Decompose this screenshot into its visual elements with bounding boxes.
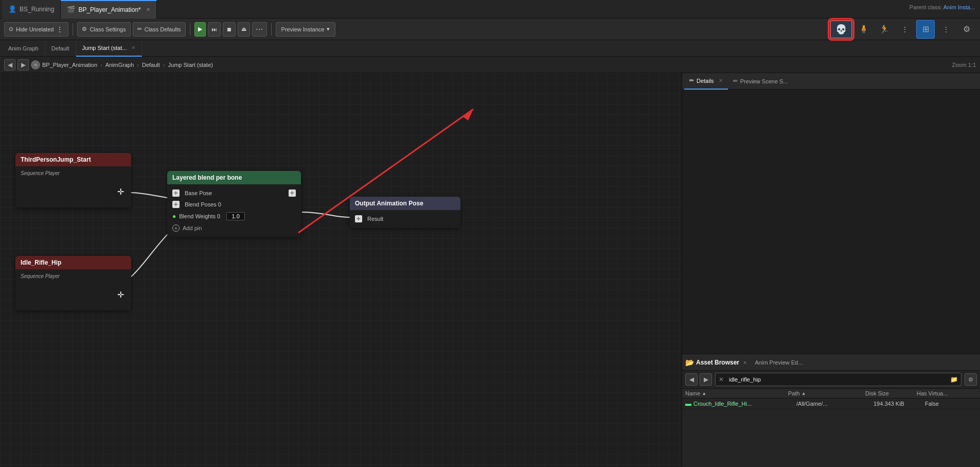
blend-weight-input[interactable] — [226, 212, 245, 220]
asset-nav-forward[interactable]: ▶ — [700, 373, 712, 386]
more-toolbar-button[interactable]: ⋯ — [252, 22, 267, 37]
node-third-person-body: Sequence Player ✛ — [15, 166, 131, 207]
pin-blend-weights: ● Blend Weights 0 — [172, 210, 296, 222]
add-pin-row[interactable]: + Add pin — [172, 222, 296, 234]
breadcrumb-item-jump-start[interactable]: Jump Start (state) — [168, 62, 213, 68]
hide-unrelated-icon: ⊙ — [9, 26, 13, 32]
tab-icon-bs-running: 👤 — [8, 5, 16, 13]
pin-dot-result: ✛ — [355, 215, 362, 222]
eject-button[interactable]: ⏏ — [238, 22, 250, 37]
class-settings-button[interactable]: ⚙ Class Settings — [77, 22, 130, 37]
idle-rifle-pose-pin: ✛ — [117, 290, 124, 300]
graph-canvas[interactable]: ThirdPersonJump_Start Sequence Player ✛ … — [0, 73, 682, 467]
asset-filter-button[interactable]: ⚙ — [965, 373, 977, 386]
node-layered-blend[interactable]: Layered blend per bone ✛ Base Pose ✛ ✛ B… — [167, 171, 301, 237]
search-clear-button[interactable]: ✕ — [719, 376, 724, 383]
asset-nav-back[interactable]: ◀ — [685, 373, 698, 386]
hide-unrelated-button[interactable]: ⊙ Hide Unrelated ⋮ — [4, 22, 68, 37]
parent-class: Parent class: Anim Insta... — [910, 4, 975, 10]
breadcrumb-forward[interactable]: ▶ — [17, 59, 29, 71]
extra-btn-right[interactable]: ⋮ — [937, 20, 955, 39]
asset-row-icon: ▬ — [685, 400, 691, 407]
character-icon: 🧍 — [859, 24, 869, 34]
breadcrumb-item-bp[interactable]: BP_Player_Animation — [42, 62, 97, 68]
toolbar-more-right[interactable]: ⋮ — [896, 20, 914, 39]
tab-bs-running[interactable]: 👤 BS_Running — [2, 0, 61, 19]
pin-dot-weight: ● — [172, 213, 176, 220]
tab-label-bs-running: BS_Running — [20, 6, 54, 13]
node-layered-body: ✛ Base Pose ✛ ✛ Blend Poses 0 ● Blend We… — [167, 184, 301, 237]
parent-class-link[interactable]: Anim Insta... — [943, 4, 975, 10]
col-header-name[interactable]: Name ▲ — [685, 390, 788, 396]
node-third-person-header: ThirdPersonJump_Start — [15, 153, 131, 166]
breadcrumb: ◀ ▶ ○ BP_Player_Animation › AnimGraph › … — [0, 57, 980, 73]
asset-browser-title: Asset Browser — [696, 359, 739, 366]
asset-row-has-virtual: False — [925, 401, 977, 407]
breadcrumb-root-icon: ○ — [31, 60, 40, 70]
add-pin-icon: + — [172, 224, 180, 232]
asset-browser-extra-tab[interactable]: Anim Preview Ed... — [755, 359, 803, 366]
stop-button[interactable]: ⏹ — [223, 22, 236, 37]
node-layered-header: Layered blend per bone — [167, 171, 301, 184]
third-person-pose-pin: ✛ — [117, 187, 124, 197]
node-idle-rifle-hip[interactable]: Idle_Rifle_Hip Sequence Player ✛ — [15, 256, 131, 310]
tab-label-bp: BP_Player_Animation* — [78, 6, 140, 13]
divider-1 — [73, 23, 73, 36]
tab-bar: 👤 BS_Running 🎬 BP_Player_Animation* ✕ Pa… — [0, 0, 980, 19]
divider-2 — [190, 23, 190, 36]
svg-marker-1 — [463, 109, 473, 120]
node-output-body: ✛ Result — [350, 210, 460, 228]
node-output-pose[interactable]: Output Animation Pose ✛ Result — [350, 197, 460, 228]
skeleton-button[interactable]: 💀 — [830, 20, 852, 39]
play-button[interactable]: ▶ — [194, 22, 206, 37]
hide-unrelated-dots: ⋮ — [56, 25, 64, 33]
asset-browser: 📂 Asset Browser × Anim Preview Ed... ◀ ▶… — [682, 354, 980, 467]
blue-grid-button[interactable]: ⊞ — [916, 20, 935, 39]
sub-tab-jump-start[interactable]: Jump Start (stat... ✕ — [76, 40, 142, 57]
asset-browser-table-header: Name ▲ Path ▲ Disk Size Has Virtua... — [682, 389, 980, 399]
sub-tab-anim-graph[interactable]: Anim Graph — [2, 40, 45, 57]
node-idle-rifle-header: Idle_Rifle_Hip — [15, 256, 131, 269]
col-header-has-virtual[interactable]: Has Virtua... — [917, 390, 977, 396]
right-panel-tab-details-close[interactable]: ✕ — [719, 78, 723, 83]
pin-dot-blend: ✛ — [172, 201, 180, 208]
asset-row-disk-size: 194.343 KiB — [874, 401, 925, 407]
toolbar: ⊙ Hide Unrelated ⋮ ⚙ Class Settings ✏ Cl… — [0, 19, 980, 40]
col-header-path[interactable]: Path ▲ — [788, 390, 865, 396]
right-panel-tab-preview-scene[interactable]: ✏ Preview Scene S... — [728, 73, 793, 90]
skeleton-icon: 💀 — [835, 24, 847, 35]
preview-instance-button[interactable]: Preview Instance ▾ — [276, 22, 336, 37]
breadcrumb-back[interactable]: ◀ — [4, 59, 15, 71]
asset-browser-nav: ◀ ▶ ✕ 📁 ⚙ — [682, 371, 980, 389]
rightmost-btn[interactable]: ⚙ — [957, 20, 976, 39]
asset-browser-close-button[interactable]: × — [743, 359, 746, 366]
divider-3 — [271, 23, 272, 36]
node-output-header: Output Animation Pose — [350, 197, 460, 210]
breadcrumb-item-default[interactable]: Default — [142, 62, 160, 68]
class-defaults-button[interactable]: ✏ Class Defaults — [133, 22, 186, 37]
pin-result: ✛ Result — [355, 213, 455, 224]
tab-icon-bp: 🎬 — [67, 6, 75, 13]
asset-search-icon: 📁 — [950, 376, 958, 383]
breadcrumb-item-animgraph[interactable]: AnimGraph — [105, 62, 134, 68]
asset-row-path: /All/Game/... — [796, 401, 874, 407]
step-button[interactable]: ⏭ — [208, 22, 221, 37]
asset-row-crouch-idle[interactable]: ▬ Crouch_Idle_Rifle_Hi... /All/Game/... … — [682, 399, 980, 409]
sub-tab-close-jump-start[interactable]: ✕ — [131, 45, 135, 50]
asset-search-input[interactable] — [726, 373, 948, 386]
filter-icon: ⚙ — [968, 376, 973, 383]
node-idle-rifle-body: Sequence Player ✛ — [15, 269, 131, 310]
tab-close-bp[interactable]: ✕ — [146, 7, 150, 12]
tab-bp-player-animation[interactable]: 🎬 BP_Player_Animation* ✕ — [61, 0, 156, 19]
pin-blend-poses: ✛ Blend Poses 0 — [172, 199, 296, 210]
asset-row-name: Crouch_Idle_Rifle_Hi... — [693, 401, 796, 407]
right-panel-tab-details[interactable]: ✏ Details ✕ — [684, 73, 728, 90]
pin-dot-base-right: ✛ — [289, 189, 296, 197]
class-defaults-icon: ✏ — [137, 26, 142, 32]
sub-tabs: Anim Graph Default Jump Start (stat... ✕ — [0, 40, 980, 57]
run-button[interactable]: 🏃 — [875, 20, 894, 39]
col-header-disk-size[interactable]: Disk Size — [865, 390, 917, 396]
sub-tab-default[interactable]: Default — [45, 40, 76, 57]
character-button[interactable]: 🧍 — [854, 20, 873, 39]
node-third-person-jump[interactable]: ThirdPersonJump_Start Sequence Player ✛ — [15, 153, 131, 207]
